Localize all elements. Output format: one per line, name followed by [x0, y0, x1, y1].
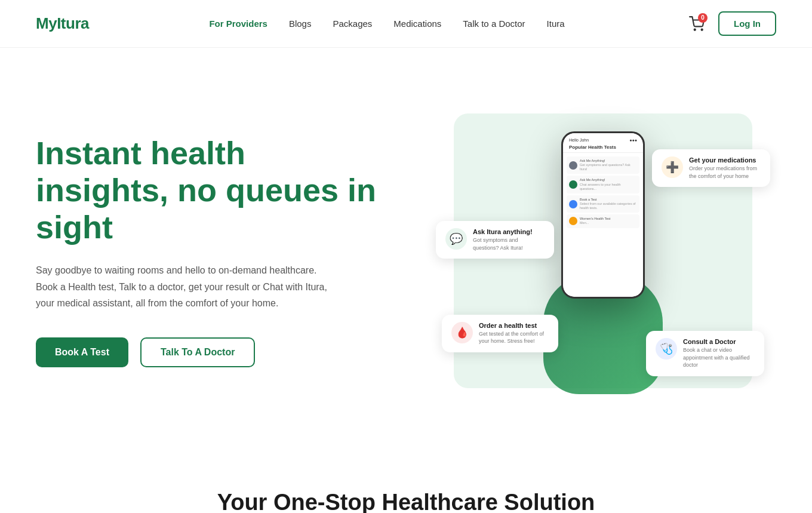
bottom-section: Your One-Stop Healthcare Solution: [0, 454, 812, 513]
logo[interactable]: MyItura: [36, 14, 89, 33]
header-right: 0 Log In: [685, 11, 776, 36]
svg-point-1: [702, 29, 703, 30]
nav-medications[interactable]: Medications: [393, 19, 441, 29]
consult-card-desc: Book a chat or video appointment with a …: [683, 346, 755, 369]
consult-icon: 🩺: [656, 338, 677, 360]
test-card-title: Order a health test: [479, 322, 549, 329]
phone-header: Hello John ●●● Popular Health Tests: [563, 133, 643, 153]
meds-card-title: Get your medications: [689, 156, 761, 164]
phone-item-text: Book a TestSelect from our available cat…: [580, 198, 637, 210]
ask-card-title: Ask Itura anything!: [473, 228, 545, 235]
phone-item-text: Women's Health TestMen...: [580, 217, 611, 225]
feature-card-meds: ➕ Get your medications Order your medica…: [652, 149, 770, 187]
phone-item: Ask Me Anything!Get symptoms and questio…: [567, 156, 639, 174]
phone-item-text: Ask Me Anything!Get symptoms and questio…: [580, 159, 637, 171]
phone-user: Hello John: [569, 138, 589, 142]
phone-status: Hello John ●●●: [569, 138, 637, 142]
phone-mockup: Hello John ●●● Popular Health Tests Ask …: [561, 131, 645, 299]
phone-item-avatar: [569, 180, 577, 189]
hero-buttons: Book A Test Talk To A Doctor: [36, 337, 382, 367]
phone-content: Ask Me Anything!Get symptoms and questio…: [563, 153, 643, 297]
header: MyItura For Providers Blogs Packages Med…: [0, 0, 812, 48]
feature-card-consult: 🩺 Consult a Doctor Book a chat or video …: [646, 331, 764, 376]
hero-section: Instant health insights, no queues in si…: [0, 48, 812, 454]
nav-itura[interactable]: Itura: [547, 19, 565, 29]
test-icon: 🩸: [451, 322, 473, 343]
hero-right: Hello John ●●● Popular Health Tests Ask …: [430, 113, 776, 388]
phone-time: ●●●: [629, 138, 637, 142]
hero-subtitle: Say goodbye to waiting rooms and hello t…: [36, 262, 334, 311]
ask-card-text: Ask Itura anything! Got symptoms and que…: [473, 228, 545, 251]
login-button[interactable]: Log In: [718, 11, 776, 36]
test-card-desc: Get tested at the comfort of your home. …: [479, 330, 549, 345]
phone-item: Women's Health TestMen...: [567, 214, 639, 228]
hero-image-container: Hello John ●●● Popular Health Tests Ask …: [454, 113, 752, 388]
logo-text2: Itura: [57, 14, 89, 32]
test-card-text: Order a health test Get tested at the co…: [479, 322, 549, 345]
nav-talk-to-doctor[interactable]: Talk to a Doctor: [463, 19, 525, 29]
phone-item-avatar: [569, 217, 577, 225]
logo-text1: My: [36, 14, 57, 32]
phone-item-text: Ask Me Anything!Chat answers to your hea…: [580, 178, 637, 191]
nav-packages[interactable]: Packages: [333, 19, 372, 29]
cart-button[interactable]: 0: [685, 12, 709, 36]
nav-blogs[interactable]: Blogs: [289, 19, 312, 29]
talk-to-doctor-button[interactable]: Talk To A Doctor: [140, 337, 255, 367]
feature-card-test: 🩸 Order a health test Get tested at the …: [442, 315, 558, 352]
phone-title: Popular Health Tests: [569, 145, 637, 150]
bottom-title: Your One-Stop Healthcare Solution: [36, 490, 776, 513]
book-test-button[interactable]: Book A Test: [36, 337, 128, 367]
main-nav: For Providers Blogs Packages Medications…: [209, 19, 564, 29]
phone-item: Book a TestSelect from our available cat…: [567, 195, 639, 213]
feature-card-ask: 💬 Ask Itura anything! Got symptoms and q…: [436, 221, 554, 259]
meds-card-text: Get your medications Order your medicati…: [689, 156, 761, 180]
hero-left: Instant health insights, no queues in si…: [36, 134, 382, 367]
consult-card-text: Consult a Doctor Book a chat or video ap…: [683, 338, 755, 369]
meds-icon: ➕: [662, 156, 683, 178]
ask-icon: 💬: [445, 228, 467, 250]
meds-card-desc: Order your medications from the comfort …: [689, 165, 761, 180]
nav-for-providers[interactable]: For Providers: [209, 19, 267, 29]
svg-point-0: [694, 29, 696, 30]
phone-item-avatar: [569, 161, 577, 170]
phone-screen: Hello John ●●● Popular Health Tests Ask …: [563, 133, 643, 297]
phone-item: Ask Me Anything!Chat answers to your hea…: [567, 176, 639, 193]
ask-card-desc: Got symptoms and questions? Ask Itura!: [473, 236, 545, 251]
hero-title: Instant health insights, no queues in si…: [36, 134, 382, 245]
phone-item-avatar: [569, 200, 577, 208]
cart-badge: 0: [698, 13, 708, 23]
consult-card-title: Consult a Doctor: [683, 338, 755, 345]
